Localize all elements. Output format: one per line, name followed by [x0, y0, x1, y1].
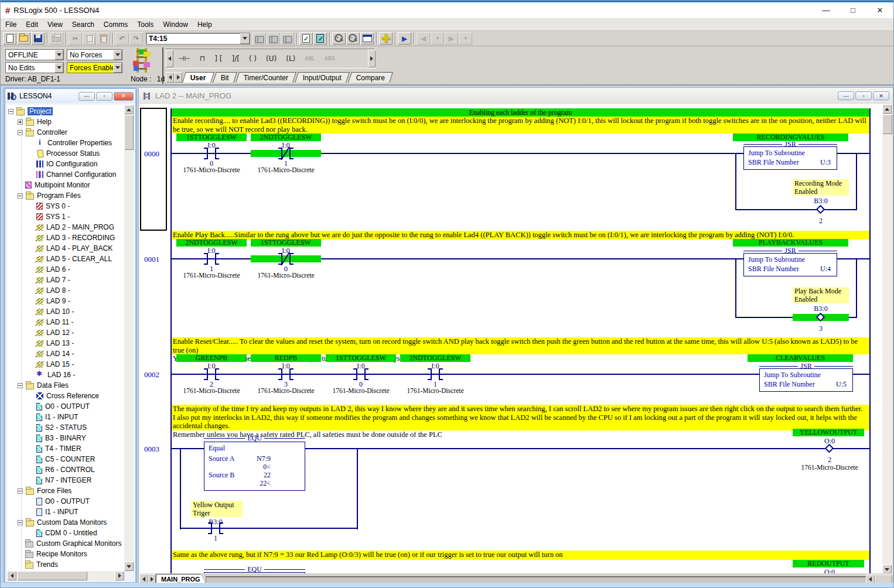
scroll-up-button[interactable] [124, 105, 134, 114]
tab-user[interactable]: User [182, 72, 214, 83]
save-button[interactable] [31, 32, 45, 45]
print-button[interactable] [50, 32, 63, 45]
tree-item-force-o0[interactable]: O0 - OUTPUT [36, 496, 124, 507]
tree-item-io-configuration[interactable]: IO Configuration [36, 159, 124, 169]
collapse-icon[interactable] [18, 488, 23, 494]
combo-dropdown-button[interactable] [240, 33, 250, 44]
rung-number[interactable]: 0000 [144, 149, 159, 159]
close-button[interactable]: ✕ [866, 2, 893, 18]
new-button[interactable] [3, 32, 16, 45]
tabs-scroll-right-button[interactable] [174, 72, 182, 83]
dropdown-button[interactable] [113, 50, 122, 60]
tree-item-trends[interactable]: Trends [25, 559, 124, 570]
tree-item-project[interactable]: Project [8, 106, 124, 117]
scroll-down-button[interactable] [124, 562, 134, 571]
zoom-out-button[interactable]: − [346, 32, 360, 45]
symbol-label[interactable]: CLEARVALUES [748, 354, 853, 362]
verify-project-button[interactable] [313, 32, 327, 45]
copy-button[interactable] [83, 32, 96, 45]
zoom-in-button[interactable]: + [332, 32, 346, 45]
tree-item-controller[interactable]: Controller [18, 127, 124, 138]
tree-item-r6-control[interactable]: R6 - CONTROL [36, 464, 124, 475]
tree-item-lad2[interactable]: LAD 2 - MAIN_PROG [36, 222, 124, 233]
tree-item-sys0[interactable]: SYS 0 - [36, 201, 124, 211]
maximize-button[interactable]: □ [840, 2, 866, 18]
collapse-icon[interactable] [18, 193, 23, 199]
symbol-label[interactable]: REDOUTPUT [793, 560, 864, 568]
jsr-instruction-box[interactable]: Jump To Subroutine SBR File Number U:5 [759, 368, 853, 392]
ladder-restore-button[interactable]: ▫ [855, 91, 872, 100]
tab-compare[interactable]: Compare [348, 72, 393, 83]
xic-contact[interactable] [278, 368, 294, 380]
address-combobox[interactable]: T4:15 [146, 33, 250, 45]
symbol-label[interactable]: YELLOWOUTPUT [793, 429, 864, 436]
tree-item-lad7[interactable]: LAD 7 - [36, 275, 124, 285]
menu-tools[interactable]: Tools [132, 19, 158, 30]
tree-item-lad6[interactable]: LAD 6 - [36, 264, 124, 275]
scrollbar-thumb[interactable] [17, 571, 87, 580]
rung-number[interactable]: 0003 [144, 445, 159, 454]
tree-item-lad11[interactable]: LAD 11 - [36, 317, 124, 327]
xic-contact[interactable] [428, 368, 443, 380]
xio-contact[interactable] [278, 253, 294, 265]
tree-item-lad12[interactable]: LAD 12 - [36, 327, 124, 338]
otu-instruction[interactable]: (U) [261, 54, 281, 63]
palette-scroll-right-button[interactable] [368, 50, 376, 67]
tree-item-lad4[interactable]: LAD 4 - PLAY_BACK [36, 243, 124, 254]
tree-item-lad16[interactable]: LAD 16 - [36, 370, 124, 380]
collapse-icon[interactable] [18, 520, 23, 525]
find-all-button[interactable] [281, 32, 294, 45]
undo-button[interactable]: ↶ [115, 32, 129, 45]
tree-item-lad5[interactable]: LAD 5 - CLEAR_ALL [36, 254, 124, 264]
symbol-label[interactable]: 2NDTOGGLESW [400, 354, 470, 362]
xic-contact[interactable] [208, 522, 223, 534]
tree-item-b3-binary[interactable]: B3 - BINARY [36, 433, 124, 443]
tree-minimize-button[interactable]: — [79, 92, 95, 101]
tree-horizontal-scrollbar[interactable] [7, 571, 124, 580]
xic-contact[interactable] [353, 368, 368, 380]
navigate-forward-button[interactable]: ▶ [445, 32, 458, 45]
collapse-icon[interactable] [18, 383, 23, 388]
symbol-label[interactable]: GREENPB [176, 354, 247, 362]
rung-number[interactable]: 0002 [144, 370, 159, 380]
scrollbar-thumb[interactable] [124, 115, 134, 150]
symbol-label[interactable]: 1STTOGGLESW [326, 354, 396, 362]
tree-item-custom-graphical-monitors[interactable]: Custom Graphical Monitors [25, 538, 124, 549]
ote-coil[interactable] [816, 313, 825, 322]
properties-window-button[interactable] [360, 32, 374, 45]
scroll-up-button[interactable] [882, 104, 892, 114]
tree-item-lad10[interactable]: LAD 10 - [36, 306, 124, 317]
ote-coil[interactable] [816, 205, 825, 214]
tabs-scroll-left-button[interactable] [166, 72, 174, 83]
dropdown-button[interactable] [54, 50, 63, 60]
dropdown-button[interactable] [113, 63, 122, 73]
tree-item-force-i1[interactable]: I1 - INPUT [36, 507, 124, 517]
redo-button[interactable]: ↷ [129, 32, 143, 45]
ladder-close-button[interactable]: ✕ [873, 91, 889, 100]
tree-vertical-scrollbar[interactable] [124, 105, 134, 571]
scrollbar-thumb[interactable] [882, 114, 892, 134]
mode-dropdown[interactable]: OFFLINE [5, 49, 64, 60]
collapse-icon[interactable] [8, 109, 13, 114]
find-button[interactable] [252, 32, 266, 45]
expand-icon[interactable] [18, 119, 23, 125]
tree-close-button[interactable]: ✕ [114, 92, 134, 101]
palette-scroll-left-button[interactable] [166, 50, 173, 67]
scroll-right-button[interactable] [115, 571, 124, 580]
open-button[interactable] [17, 32, 30, 45]
tree-item-multipoint-monitor[interactable]: Multipoint Monitor [25, 180, 124, 190]
rung-instruction[interactable]: ⊣⊢ [173, 54, 195, 63]
symbol-label[interactable]: 2NDTOGGLESW [176, 239, 247, 247]
ladder-minimize-button[interactable]: — [838, 91, 854, 100]
tree-item-cdm0[interactable]: CDM 0 - Untitled [36, 528, 124, 538]
tab-timer-counter[interactable]: Timer/Counter [236, 72, 296, 83]
paste-button[interactable] [97, 32, 110, 45]
edits-dropdown[interactable]: No Edits [5, 62, 64, 73]
tree-item-lad13[interactable]: LAD 13 - [36, 338, 124, 348]
symbol-label[interactable]: REDPB [251, 354, 321, 362]
tree-item-c5-counter[interactable]: C5 - COUNTER [36, 454, 124, 464]
ote-coil[interactable] [825, 444, 834, 453]
ladder-vertical-scrollbar[interactable] [882, 104, 892, 574]
branch-instruction[interactable]: ⊓ [195, 54, 210, 63]
ote-instruction[interactable]: ( ) [244, 54, 261, 63]
